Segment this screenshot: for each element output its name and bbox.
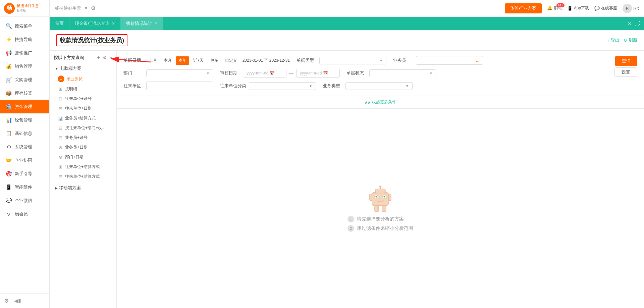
tab-close-all-icon[interactable]: ✕ xyxy=(628,20,632,27)
bell-icon: 🔔 xyxy=(547,5,552,10)
svg-rect-1 xyxy=(375,189,385,194)
sidebar-label-sales: 销售管理 xyxy=(15,63,32,69)
tab-cashflow-close[interactable]: ✕ xyxy=(112,21,115,26)
sidebar-item-inventory[interactable]: 📦 库存核算 xyxy=(0,87,49,100)
collapse-schema-icon[interactable]: « xyxy=(110,55,112,61)
messages-area[interactable]: 🔔 99+ 消息 xyxy=(547,5,562,11)
sidebar-item-basic[interactable]: 📋 基础信息 xyxy=(0,127,49,140)
refresh-icon: ↻ xyxy=(624,38,627,43)
sidebar-item-wechat[interactable]: 💬 企业微信 xyxy=(0,194,49,207)
schema-item-unit-account[interactable]: ⊟ 往来单位+账号 xyxy=(52,94,114,104)
date-tab-7days[interactable]: 近7天 xyxy=(191,56,206,65)
docstatus-select[interactable]: ▼ xyxy=(369,69,436,77)
schema-item-unit-dept[interactable]: ⊟ 按往来单位+部门+收... xyxy=(52,123,114,133)
filter-partner-item: 往来单位 ... xyxy=(123,82,213,90)
schema-item-salesperson-settle[interactable]: 📊 业务员+结算方式 xyxy=(52,113,114,123)
page-header: 收款情况统计(按业务员) ↑ 导出 ↻ 刷新 xyxy=(50,30,644,51)
sidebar-item-member[interactable]: V 畅会员 xyxy=(0,207,49,221)
unit-date-icon: ⊟ xyxy=(58,106,63,111)
collapse-button[interactable]: ∧∧ 收起更多条件 xyxy=(365,99,396,105)
query-button[interactable]: 查询 xyxy=(615,56,637,66)
settings-bottom-icon[interactable]: ⚙ xyxy=(4,298,9,304)
trial-btn[interactable]: 体验行业方案 xyxy=(505,3,542,13)
add-schema-icon[interactable]: + xyxy=(97,55,100,61)
salesperson-select[interactable]: ... xyxy=(416,56,483,65)
tab-collection-close[interactable]: ✕ xyxy=(154,21,158,26)
sales-icon: 💰 xyxy=(5,63,12,70)
sidebar-item-guide[interactable]: 🎯 新手引导 xyxy=(0,167,49,181)
tab-collection[interactable]: 收款情况统计 ✕ xyxy=(121,17,163,30)
reviewdate-label: 审核日期 xyxy=(220,70,240,76)
tab-collection-label: 收款情况统计 xyxy=(126,20,152,27)
sidebar-item-operation[interactable]: 📊 经营管理 xyxy=(0,113,49,127)
date-tab-lastmonth[interactable]: 上月 xyxy=(146,56,160,65)
date-range-display: 2023-01-01 至 2023-12-31 xyxy=(243,58,290,63)
tabbar-right: ✕ ⛶ xyxy=(628,17,644,30)
schema-item-label-unit-settle2: 往来单位+结算方式 xyxy=(65,174,100,179)
sidebar-item-sales[interactable]: 💰 销售管理 xyxy=(0,60,49,73)
dept-arrow-icon: ▼ xyxy=(206,71,210,75)
schema-item-dept-date[interactable]: ⊙ 部门+日期 xyxy=(52,152,114,162)
system-icon: ⚙ xyxy=(5,144,12,150)
sidebar-label-operation: 经营管理 xyxy=(15,117,32,123)
sidebar-item-search[interactable]: 🔍 搜索菜单 xyxy=(0,19,49,33)
date-dash: — xyxy=(289,71,293,76)
doctype-select[interactable]: ▼ xyxy=(319,57,386,64)
collapse-chevron-icon: ∧∧ xyxy=(365,100,371,105)
refresh-btn[interactable]: ↻ 刷新 xyxy=(624,37,637,43)
user-area[interactable]: R Rit xyxy=(623,4,639,13)
collapse-bottom-icon[interactable]: ◀▮ xyxy=(14,298,21,304)
tip-item-2: 2 用过滤条件来缩小分析范围 xyxy=(347,225,413,232)
review-date-start[interactable]: yyyy-mm-dd 📅 xyxy=(243,69,286,78)
partner-more-icon[interactable]: ... xyxy=(206,84,210,88)
schema-group-mobile-title[interactable]: ▶ 移动端方案 xyxy=(52,183,114,193)
inventory-icon: 📦 xyxy=(5,90,12,97)
schema-item-unit-settle1[interactable]: ⊞ 往来单位+结算方式 xyxy=(52,162,114,172)
sidebar-label-inventory: 库存核算 xyxy=(15,90,32,96)
filter-settings-button[interactable]: 设置 xyxy=(614,67,637,77)
schema-item-by-detail[interactable]: ⊞ 按明细 xyxy=(52,84,114,94)
dept-select[interactable]: ▼ xyxy=(146,69,213,77)
salesperson-more-icon[interactable]: ... xyxy=(476,58,479,63)
sidebar-item-hardware[interactable]: 📱 智能硬件 xyxy=(0,181,49,194)
tab-cashflow[interactable]: 现金银行流水查询 ✕ xyxy=(69,17,121,30)
online-service[interactable]: 💬 在线客服 xyxy=(594,5,617,11)
schema-item-label-unit-date: 往来单位+日期 xyxy=(65,106,92,111)
sidebar-nav: 🔍 搜索菜单 ⚡ 快捷导航 📢 营销推广 💰 销售管理 🛒 采购管理 📦 库存核… xyxy=(0,17,49,293)
dept-date-icon: ⊙ xyxy=(58,155,63,160)
sidebar-label-guide: 新手引导 xyxy=(15,171,32,177)
date-tab-more[interactable]: 更多 xyxy=(208,56,221,65)
export-btn[interactable]: ↑ 导出 xyxy=(607,37,620,43)
filter-actions: 查询 设置 xyxy=(614,56,637,77)
date-tab-thisyear[interactable]: 本年 xyxy=(176,56,189,65)
settings-schema-icon[interactable]: ⚙ xyxy=(103,55,107,61)
schema-item-unit-date[interactable]: ⊟ 往来单位+日期 xyxy=(52,104,114,113)
tab-expand-icon[interactable]: ⛶ xyxy=(635,20,640,27)
schema-item-sp-account[interactable]: ⊟ 业务员+账号 xyxy=(52,133,114,143)
schema-item-by-salesperson[interactable]: 人 按业务员 xyxy=(52,73,114,84)
sidebar-item-quicknav[interactable]: ⚡ 快捷导航 xyxy=(0,33,49,46)
sp-date-icon: ⊙ xyxy=(58,145,63,150)
desktop-group-label: 电脑端方案 xyxy=(60,65,82,71)
sidebar-item-purchase[interactable]: 🛒 采购管理 xyxy=(0,73,49,87)
review-date-end[interactable]: yyyy-mm-dd 📅 xyxy=(296,69,340,78)
gear-topbar-icon[interactable]: ⚙ xyxy=(91,5,96,11)
sidebar-item-marketing[interactable]: 📢 营销推广 xyxy=(0,46,49,60)
sidebar-item-system[interactable]: ⚙ 系统管理 xyxy=(0,140,49,154)
topbar-left: 畅捷通好生意 ▼ ⚙ xyxy=(55,5,96,11)
date-tab-thismonth[interactable]: 本月 xyxy=(161,56,174,65)
app-download[interactable]: 📱 App下载 xyxy=(567,5,589,11)
breadcrumb: 畅捷通好生意 xyxy=(55,5,81,11)
tab-home[interactable]: 首页 xyxy=(50,17,69,30)
sidebar-item-enterprise[interactable]: 🤝 企业协同 xyxy=(0,154,49,167)
date-tab-custom[interactable]: 自定义 xyxy=(222,56,240,65)
sidebar-item-capital[interactable]: 🏦 资金管理 xyxy=(0,100,49,113)
partner-select[interactable]: ... xyxy=(146,82,213,90)
biztype-select[interactable]: ▼ xyxy=(345,82,413,90)
schema-item-label-sp-date: 业务员+日期 xyxy=(65,145,88,150)
schema-group-desktop-title[interactable]: ▼ 电脑端方案 xyxy=(52,63,114,73)
schema-item-unit-settle2[interactable]: ⊟ 往来单位+结算方式 xyxy=(52,172,114,182)
quicknav-icon: ⚡ xyxy=(5,36,12,43)
schema-item-sp-date[interactable]: ⊙ 业务员+日期 xyxy=(52,143,114,152)
partner-cat-select[interactable]: ▼ xyxy=(249,82,316,90)
